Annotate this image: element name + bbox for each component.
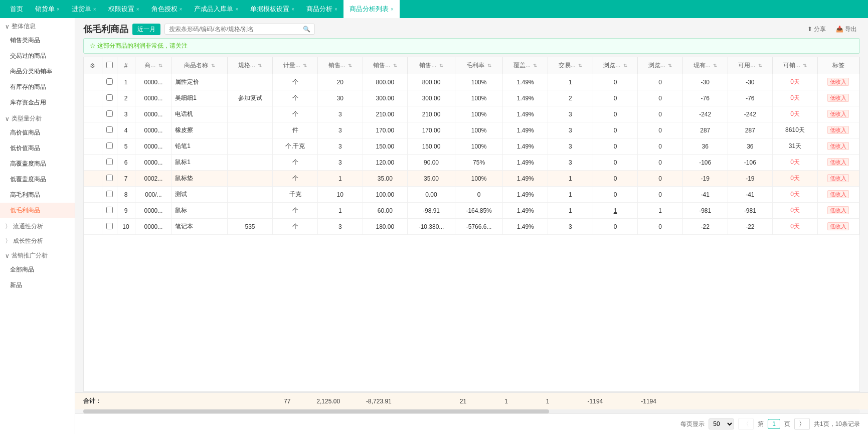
filter-recent-month-button[interactable]: 近一月 xyxy=(132,24,160,35)
sidebar-item-stock-products[interactable]: 有库存的商品 xyxy=(0,79,75,95)
row-checkbox[interactable] xyxy=(102,219,117,235)
table-row: 4 0000... 橡皮擦 件 3 170.00 170.00 100% 1.4… xyxy=(84,122,859,138)
nav-product-analysis-list[interactable]: 商品分析列表× xyxy=(343,0,400,18)
row-checkbox[interactable] xyxy=(102,155,117,171)
row-checkbox[interactable] xyxy=(102,138,117,155)
col-settings[interactable]: ⚙ xyxy=(84,57,102,74)
row-trade: 1 xyxy=(548,203,593,219)
close-icon[interactable]: × xyxy=(93,7,96,12)
col-view2[interactable]: 浏览... ⇅ xyxy=(638,57,683,74)
sidebar-item-new-products[interactable]: 新品 xyxy=(0,277,75,293)
close-icon[interactable]: × xyxy=(57,7,60,12)
col-sales-amt[interactable]: 销售... ⇅ xyxy=(363,57,408,74)
row-tag: 低收入 xyxy=(817,219,859,235)
nav-purchase-order[interactable]: 进货单× xyxy=(66,0,102,18)
export-button[interactable]: 📥 导出 xyxy=(833,24,860,35)
close-icon[interactable]: × xyxy=(334,7,337,12)
sidebar-item-all-products[interactable]: 全部商品 xyxy=(0,262,75,277)
table-row: 1 0000... 属性定价 个 20 800.00 800.00 100% 1… xyxy=(84,74,859,90)
close-icon[interactable]: × xyxy=(180,7,183,12)
row-checkbox[interactable] xyxy=(102,106,117,122)
close-icon[interactable]: × xyxy=(391,7,394,12)
row-select-checkbox[interactable] xyxy=(106,78,113,85)
per-page-select[interactable]: 50 20 100 xyxy=(709,418,734,429)
sidebar-group-overall[interactable]: ∨ 整体信息 xyxy=(0,18,75,33)
row-checkbox[interactable] xyxy=(102,122,117,138)
row-select-checkbox[interactable] xyxy=(106,159,113,165)
row-view1: 0 xyxy=(593,138,638,155)
prev-page-button[interactable]: 〈 xyxy=(738,418,754,430)
row-coverage: 1.49% xyxy=(503,106,548,122)
row-checkbox[interactable] xyxy=(102,74,117,90)
row-view1[interactable]: 1 xyxy=(593,203,638,219)
row-select-checkbox[interactable] xyxy=(106,142,113,149)
col-product-code[interactable]: 商... ⇅ xyxy=(135,57,172,74)
search-icon[interactable]: 🔍 xyxy=(303,26,310,33)
nav-product-inbound[interactable]: 产成品入库单× xyxy=(188,0,244,18)
nav-product-analysis[interactable]: 商品分析× xyxy=(300,0,343,18)
sidebar-item-high-coverage[interactable]: 高覆盖度商品 xyxy=(0,156,75,172)
row-view1: 0 xyxy=(593,122,638,138)
row-select-checkbox[interactable] xyxy=(106,94,113,101)
sidebar-item-traded-products[interactable]: 交易过的商品 xyxy=(0,48,75,64)
col-available[interactable]: 可用... ⇅ xyxy=(728,57,773,74)
sidebar-group-type-analysis[interactable]: ∨ 类型量分析 xyxy=(0,110,75,125)
select-all-checkbox[interactable] xyxy=(106,62,113,68)
row-checkbox[interactable] xyxy=(102,171,117,187)
row-select-checkbox[interactable] xyxy=(106,207,113,213)
share-button[interactable]: ⬆ 分享 xyxy=(804,24,829,35)
row-select-checkbox[interactable] xyxy=(106,126,113,133)
col-product-name[interactable]: 商品名称 ⇅ xyxy=(172,57,227,74)
footer-totals: 合计： 77 2,125.00 -8,723.91 21 1 1 -1194 -… xyxy=(75,392,868,409)
row-select-checkbox[interactable] xyxy=(106,110,113,117)
col-gross-rate[interactable]: 毛利率 ⇅ xyxy=(455,57,503,74)
sidebar-item-stock-capital[interactable]: 库存资金占用 xyxy=(0,95,75,110)
row-coverage: 1.49% xyxy=(503,171,548,187)
table-row: 6 0000... 鼠标1 个 3 120.00 90.00 75% 1.49%… xyxy=(84,155,859,171)
row-code: 0000... xyxy=(135,138,172,155)
sidebar-item-low-value[interactable]: 低价值商品 xyxy=(0,140,75,156)
close-icon[interactable]: × xyxy=(235,7,238,12)
row-sales-amt: 150.00 xyxy=(363,138,408,155)
col-spec[interactable]: 规格... ⇅ xyxy=(227,57,273,74)
row-select-checkbox[interactable] xyxy=(106,223,113,229)
col-coverage[interactable]: 覆盖... ⇅ xyxy=(503,57,548,74)
sidebar-item-category-rate[interactable]: 商品分类助销率 xyxy=(0,64,75,79)
table-row: 7 0002... 鼠标垫 个 1 35.00 35.00 100% 1.49%… xyxy=(84,171,859,187)
nav-role-auth[interactable]: 角色授权× xyxy=(145,0,189,18)
sidebar-item-high-value[interactable]: 高价值商品 xyxy=(0,125,75,140)
row-checkbox[interactable] xyxy=(102,90,117,106)
sidebar-item-high-margin[interactable]: 高毛利商品 xyxy=(0,187,75,203)
col-current[interactable]: 现有... ⇅ xyxy=(682,57,728,74)
search-input[interactable] xyxy=(169,26,303,33)
sidebar-group-circulation[interactable]: 〉 流通性分析 xyxy=(0,218,75,233)
row-checkbox[interactable] xyxy=(102,203,117,219)
sidebar-item-sales-products[interactable]: 销售类商品 xyxy=(0,33,75,48)
nav-home[interactable]: 首页 xyxy=(4,0,29,18)
col-view1[interactable]: 浏览... ⇅ xyxy=(593,57,638,74)
row-checkbox[interactable] xyxy=(102,187,117,203)
sidebar-group-marketing[interactable]: ∨ 营销推广分析 xyxy=(0,247,75,262)
col-sellable[interactable]: 可销... ⇅ xyxy=(773,57,818,74)
col-sales-profit[interactable]: 销售... ⇅ xyxy=(408,57,455,74)
next-page-button[interactable]: 〉 xyxy=(794,418,810,430)
row-spec xyxy=(227,171,273,187)
col-trade[interactable]: 交易... ⇅ xyxy=(548,57,593,74)
low-income-tag: 低收入 xyxy=(827,126,849,134)
table-row: 9 0000... 鼠标 个 1 60.00 -98.91 -164.85% 1… xyxy=(84,203,859,219)
row-select-checkbox[interactable] xyxy=(106,175,113,181)
row-view2: 0 xyxy=(638,90,683,106)
close-icon[interactable]: × xyxy=(136,7,139,12)
sidebar-item-low-margin[interactable]: 低毛利商品 xyxy=(0,203,75,218)
col-unit[interactable]: 计量... ⇅ xyxy=(273,57,318,74)
close-icon[interactable]: × xyxy=(291,7,294,12)
row-select-checkbox[interactable] xyxy=(106,191,113,197)
nav-sales-order[interactable]: 销货单× xyxy=(29,0,66,18)
row-num: 2 xyxy=(117,90,135,106)
col-sales-qty[interactable]: 销售... ⇅ xyxy=(317,57,363,74)
sidebar-group-growth[interactable]: 〉 成长性分析 xyxy=(0,233,75,247)
sidebar-item-low-coverage[interactable]: 低覆盖度商品 xyxy=(0,172,75,187)
nav-template-settings[interactable]: 单据模板设置× xyxy=(244,0,300,18)
row-tag: 低收入 xyxy=(817,122,859,138)
nav-permission-settings[interactable]: 权限设置× xyxy=(102,0,145,18)
